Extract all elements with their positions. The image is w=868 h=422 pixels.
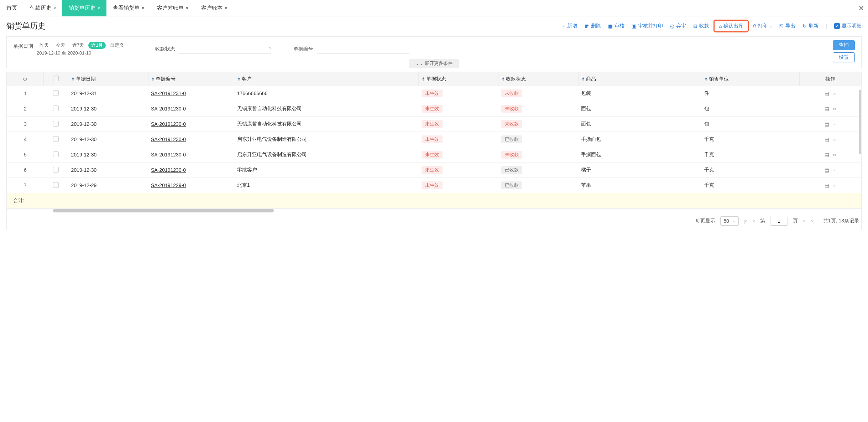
data-table-wrapper: ⚙ ▲▼单据日期 ▲▼单据编号 ▲▼客户 ▲▼单据状态 ▲▼收款状态 ▲▼商品 … [6, 72, 862, 230]
select-all-checkbox[interactable] [53, 76, 59, 81]
doc-link[interactable]: SA-20191230-0 [151, 167, 186, 173]
row-checkbox[interactable] [53, 151, 59, 157]
date-chip-今天[interactable]: 今天 [53, 42, 68, 49]
doc-link[interactable]: SA-20191230-0 [151, 121, 186, 127]
view-icon[interactable]: ▤ [825, 182, 829, 188]
col-pay-header[interactable]: 收款状态 [506, 76, 526, 82]
more-icon[interactable]: ▫▫ [833, 182, 836, 188]
doc-no-input[interactable] [317, 45, 409, 53]
doc-link[interactable]: SA-20191230-0 [151, 137, 186, 142]
cell-product: 手撕面包 [578, 132, 701, 147]
more-icon[interactable]: ▫▫ [833, 152, 836, 158]
more-icon[interactable]: ▫▫ [833, 121, 836, 127]
page-input[interactable] [770, 217, 788, 226]
close-icon[interactable]: × [225, 6, 227, 11]
more-icon[interactable]: ▫▫ [833, 91, 836, 96]
more-icon[interactable]: ▫▫ [833, 106, 836, 112]
row-checkbox[interactable] [53, 136, 59, 142]
horizontal-scrollbar[interactable] [7, 209, 861, 212]
row-checkbox[interactable] [53, 90, 59, 96]
col-unit-header[interactable]: 销售单位 [709, 76, 729, 82]
date-label: 单据日期 [13, 42, 33, 50]
tab-查看销货单[interactable]: 查看销货单× [106, 0, 151, 16]
date-range-text: 2019-12-10 至 2020-01-10 [37, 50, 127, 56]
last-page-button[interactable]: >| [811, 218, 815, 224]
doc-status-badge: 未生效 [422, 120, 443, 128]
pay-status-input[interactable] [179, 45, 271, 53]
view-icon[interactable]: ▤ [825, 152, 829, 158]
tab-付款历史[interactable]: 付款历史× [23, 0, 62, 16]
confirm-out-button[interactable]: ⌂ 确认出库 [713, 20, 749, 32]
close-all-tabs-icon[interactable]: ✕ [858, 4, 864, 12]
row-checkbox[interactable] [53, 167, 59, 173]
row-checkbox[interactable] [53, 106, 59, 111]
view-icon[interactable]: ▤ [825, 167, 829, 173]
date-chip-昨天[interactable]: 昨天 [37, 42, 52, 49]
close-icon[interactable]: × [53, 6, 56, 11]
tab-客户账本[interactable]: 客户账本× [195, 0, 234, 16]
page-suffix: 页 [793, 218, 798, 224]
print-button[interactable]: ⎙ 打印 ⌄ [753, 23, 772, 29]
view-icon[interactable]: ▤ [825, 106, 829, 112]
doc-link[interactable]: SA-20191230-0 [151, 152, 186, 158]
expand-filters-button[interactable]: ⌄⌄ 展开更多条件 [409, 59, 459, 68]
total-text: 共1页, 13条记录 [823, 218, 859, 224]
date-chip-自定义[interactable]: 自定义 [107, 42, 127, 49]
cell-date: 2019-12-30 [68, 117, 148, 132]
tab-客户对账单[interactable]: 客户对账单× [151, 0, 195, 16]
table-row: 12019-12-31SA-20191231-017666666666未生效未收… [7, 86, 861, 101]
col-docno-header[interactable]: 单据编号 [156, 76, 176, 82]
scrollbar-thumb[interactable] [53, 209, 274, 212]
view-icon[interactable]: ▤ [825, 137, 829, 142]
col-status-header[interactable]: 单据状态 [426, 76, 446, 82]
col-date-header[interactable]: 单据日期 [76, 76, 96, 82]
date-chip-近1月[interactable]: 近1月 [88, 42, 106, 49]
pay-status-badge: 未收款 [501, 105, 522, 113]
receipt-button[interactable]: ⊟ 收款 [693, 23, 709, 29]
show-detail-toggle[interactable]: ✓ 显示明细 [834, 23, 862, 29]
plus-icon: + [563, 23, 565, 29]
vertical-scrollbar[interactable] [859, 90, 861, 154]
export-label: 导出 [785, 23, 795, 29]
refresh-button[interactable]: ↻ 刷新 [802, 23, 819, 29]
more-icon[interactable]: ▫▫ [833, 137, 836, 142]
row-checkbox[interactable] [53, 182, 59, 188]
doc-link[interactable]: SA-20191229-0 [151, 182, 186, 188]
per-page-select[interactable]: 50 ⌄ [720, 216, 739, 226]
unaudit-label: 弃审 [676, 23, 686, 29]
view-icon[interactable]: ▤ [825, 91, 829, 96]
add-label: 新增 [567, 23, 577, 29]
close-icon[interactable]: × [186, 6, 188, 11]
delete-button[interactable]: 🗑 删除 [584, 23, 601, 29]
first-page-button[interactable]: |< [744, 218, 748, 224]
col-product-header[interactable]: 商品 [586, 76, 596, 82]
settings-button[interactable]: 设置 [833, 52, 855, 62]
tab-label: 查看销货单 [113, 5, 140, 11]
add-button[interactable]: + 新增 [563, 23, 577, 29]
view-icon[interactable]: ▤ [825, 121, 829, 127]
prev-page-button[interactable]: < [753, 218, 755, 224]
audit-button[interactable]: ▣ 审核 [608, 23, 624, 29]
gear-icon[interactable]: ⚙ [23, 76, 27, 82]
query-button[interactable]: 查询 [833, 40, 855, 50]
doc-link[interactable]: SA-20191231-0 [151, 91, 186, 96]
tab-销货单历史[interactable]: 销货单历史× [62, 0, 106, 16]
cell-date: 2019-12-31 [68, 86, 148, 101]
more-icon[interactable]: ▫▫ [833, 167, 836, 173]
refresh-icon: ↻ [802, 23, 807, 29]
close-icon[interactable]: × [98, 6, 100, 11]
next-page-button[interactable]: > [803, 218, 806, 224]
col-customer-header[interactable]: 客户 [242, 76, 252, 82]
pay-status-badge: 已收款 [501, 135, 522, 143]
row-checkbox[interactable] [53, 121, 59, 127]
date-chip-近7天[interactable]: 近7天 [69, 42, 87, 49]
chevron-down-icon[interactable]: ⌄ [268, 45, 272, 50]
doc-link[interactable]: SA-20191230-0 [151, 106, 186, 112]
cell-customer: 无锡康哲自动化科技有限公司 [234, 117, 419, 132]
close-icon[interactable]: × [142, 6, 144, 11]
unaudit-button[interactable]: ◎ 弃审 [670, 23, 686, 29]
export-button[interactable]: ⇱ 导出 [779, 23, 795, 29]
audit-print-button[interactable]: ▣ 审核并打印 [632, 23, 663, 29]
doc-status-badge: 未生效 [422, 89, 443, 97]
tab-首页[interactable]: 首页 [0, 0, 23, 16]
